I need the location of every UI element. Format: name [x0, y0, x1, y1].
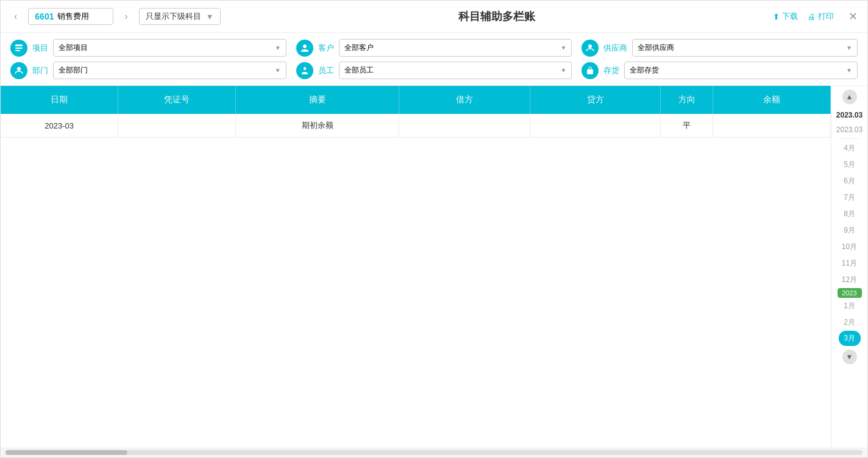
content-area: 日期 凭证号 摘要 借方 贷方 方向 余额 2023-03	[1, 86, 867, 448]
filter-supplier: 供应商 全部供应商 ▼	[582, 39, 858, 57]
employee-label: 员工	[318, 65, 334, 76]
project-select[interactable]: 全部项目 ▼	[53, 39, 286, 57]
svg-rect-6	[587, 69, 593, 74]
svg-rect-5	[304, 67, 306, 70]
supplier-value: 全部供应商	[638, 43, 674, 53]
timeline-item-7[interactable]: 7月	[831, 189, 867, 206]
print-icon: 🖨	[808, 12, 816, 21]
nav-next-button[interactable]: ›	[121, 10, 131, 23]
department-select[interactable]: 全部部门 ▼	[53, 62, 286, 79]
timeline-scroll-down[interactable]: ▼	[831, 346, 867, 368]
customer-value: 全部客户	[344, 43, 374, 53]
side-timeline: ▲ 2023.03 2023.03 4月 5月 6月 7月 8月 9月 10月 …	[831, 86, 867, 448]
filter-project: 项目 全部项目 ▼	[10, 39, 286, 57]
timeline-item-2023-03-sub[interactable]: 2023.03	[831, 122, 867, 137]
timeline-item-8[interactable]: 8月	[831, 206, 867, 222]
cell-summary: 期初余额	[236, 114, 399, 138]
timeline-item-9[interactable]: 9月	[831, 222, 867, 239]
account-code-text: 6601	[35, 12, 54, 21]
col-header-date: 日期	[1, 86, 118, 114]
project-value: 全部项目	[59, 43, 88, 53]
header: ‹ 6601 销售费用 › 只显示下级科目 ▼ 科目辅助多栏账 ⬆ 下载 🖨 打…	[1, 1, 867, 33]
customer-select[interactable]: 全部客户 ▼	[339, 39, 572, 57]
supplier-arrow-icon: ▼	[846, 44, 852, 51]
filter-bar: 项目 全部项目 ▼ 客户 全部客户 ▼ 供应	[1, 33, 867, 86]
timeline-item-11[interactable]: 11月	[831, 255, 867, 272]
timeline-down-arrow-icon: ▼	[842, 350, 857, 364]
employee-icon	[296, 62, 313, 79]
svg-rect-0	[15, 44, 23, 46]
cell-debit	[399, 114, 530, 138]
inventory-icon	[582, 62, 599, 79]
timeline-item-6[interactable]: 6月	[831, 173, 867, 189]
main-wrapper: ‹ 6601 销售费用 › 只显示下级科目 ▼ 科目辅助多栏账 ⬆ 下载 🖨 打…	[1, 1, 867, 457]
supplier-label: 供应商	[603, 43, 627, 54]
filter-customer: 客户 全部客户 ▼	[296, 39, 572, 57]
nav-prev-button[interactable]: ‹	[10, 10, 21, 23]
employee-arrow-icon: ▼	[560, 67, 566, 74]
svg-rect-2	[15, 50, 20, 51]
scrollbar-track[interactable]	[5, 450, 863, 455]
timeline-item-5[interactable]: 5月	[831, 157, 867, 173]
print-label: 打印	[818, 11, 834, 22]
project-arrow-icon: ▼	[275, 44, 281, 51]
cell-credit	[530, 114, 660, 138]
timeline-item-2[interactable]: 2月	[831, 314, 867, 331]
show-sub-account-label: 只显示下级科目	[146, 11, 201, 22]
customer-arrow-icon: ▼	[560, 44, 566, 51]
download-icon: ⬆	[773, 12, 780, 21]
svg-point-4	[17, 67, 21, 71]
app-container: ‹ 6601 销售费用 › 只显示下级科目 ▼ 科目辅助多栏账 ⬆ 下载 🖨 打…	[0, 0, 868, 458]
department-value: 全部部门	[59, 65, 88, 76]
table-row: 2023-03 期初余额 平	[1, 114, 831, 138]
timeline-item-3-highlighted[interactable]: 3月	[839, 331, 861, 346]
inventory-arrow-icon: ▼	[846, 67, 852, 74]
col-header-credit: 贷方	[530, 86, 660, 114]
col-header-voucher: 凭证号	[118, 86, 236, 114]
cell-direction: 平	[661, 114, 713, 138]
account-name-text: 销售费用	[57, 11, 89, 22]
dropdown-arrow-icon: ▼	[206, 12, 214, 21]
timeline-scroll-up[interactable]: ▲	[831, 86, 867, 108]
employee-select[interactable]: 全部员工 ▼	[339, 62, 572, 79]
department-label: 部门	[32, 65, 48, 76]
cell-date: 2023-03	[1, 114, 118, 138]
inventory-label: 存货	[603, 65, 619, 76]
timeline-separator-1	[839, 138, 860, 139]
col-header-summary: 摘要	[236, 86, 399, 114]
col-header-balance: 余额	[713, 86, 830, 114]
filter-department: 部门 全部部门 ▼	[10, 62, 286, 79]
timeline-item-12[interactable]: 12月	[831, 272, 867, 288]
timeline-up-arrow-icon: ▲	[842, 90, 857, 104]
customer-label: 客户	[318, 43, 334, 54]
timeline-year-2023[interactable]: 2023	[838, 288, 862, 298]
cell-balance	[713, 114, 830, 138]
project-label: 项目	[32, 43, 48, 54]
timeline-item-4[interactable]: 4月	[831, 140, 867, 157]
customer-icon	[296, 40, 313, 57]
show-sub-account-dropdown[interactable]: 只显示下级科目 ▼	[139, 8, 221, 25]
filter-inventory: 存货 全部存货 ▼	[582, 62, 858, 79]
department-icon	[10, 62, 27, 79]
data-table: 日期 凭证号 摘要 借方 贷方 方向 余额 2023-03	[1, 86, 831, 138]
print-button[interactable]: 🖨 打印	[808, 11, 834, 22]
svg-point-3	[588, 44, 592, 48]
timeline-item-10[interactable]: 10月	[831, 239, 867, 255]
scrollbar-thumb[interactable]	[5, 450, 127, 455]
cell-voucher	[118, 114, 236, 138]
header-actions: ⬆ 下载 🖨 打印 ✕	[773, 10, 858, 23]
filter-employee: 员工 全部员工 ▼	[296, 62, 572, 79]
inventory-select[interactable]: 全部存货 ▼	[624, 62, 858, 79]
supplier-select[interactable]: 全部供应商 ▼	[632, 39, 858, 57]
department-arrow-icon: ▼	[275, 67, 281, 74]
supplier-icon	[582, 40, 599, 57]
table-header-row: 日期 凭证号 摘要 借方 贷方 方向 余额	[1, 86, 831, 114]
close-button[interactable]: ✕	[848, 10, 858, 23]
timeline-item-1[interactable]: 1月	[831, 298, 867, 314]
download-button[interactable]: ⬆ 下载	[773, 11, 798, 22]
scrollbar-area	[1, 448, 867, 457]
col-header-debit: 借方	[399, 86, 530, 114]
timeline-item-2023-03-top[interactable]: 2023.03	[831, 108, 867, 122]
download-label: 下载	[782, 11, 798, 22]
inventory-value: 全部存货	[630, 65, 659, 76]
